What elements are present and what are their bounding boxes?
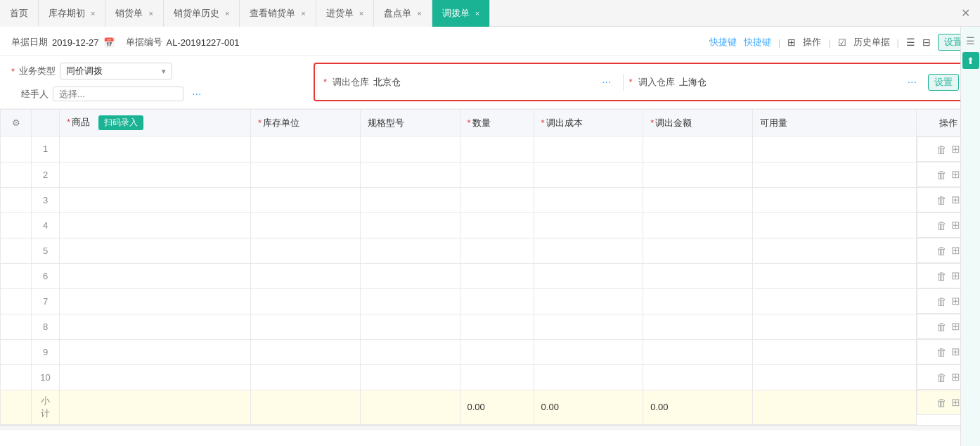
row-delete-icon[interactable]: 🗑 [936, 397, 947, 409]
row-available-cell[interactable] [752, 238, 916, 263]
row-unit-cell[interactable] [251, 212, 361, 238]
row-delete-icon[interactable]: 🗑 [936, 194, 947, 206]
tab-inventory[interactable]: 盘点单× [374, 0, 432, 27]
row-amount-cell[interactable] [643, 187, 753, 212]
grid-btn[interactable]: ⊟ [922, 37, 931, 48]
row-qty-cell[interactable] [460, 187, 534, 212]
shortcut-btn[interactable]: 快捷键 [709, 36, 737, 49]
row-amount-cell[interactable] [643, 314, 753, 339]
sidebar-export-icon[interactable]: ⬆ [962, 52, 979, 69]
row-unit-cell[interactable] [251, 187, 361, 212]
row-spec-cell[interactable] [360, 238, 460, 263]
row-available-cell[interactable] [752, 288, 916, 314]
row-delete-icon[interactable]: 🗑 [936, 371, 947, 383]
row-qty-cell[interactable] [460, 162, 534, 187]
row-amount-cell[interactable] [643, 364, 753, 390]
layout-btn[interactable]: ☰ [906, 37, 915, 48]
row-delete-icon[interactable]: 🗑 [936, 321, 947, 333]
row-cost-cell[interactable] [534, 136, 643, 163]
row-unit-cell[interactable] [251, 339, 361, 364]
row-available-cell[interactable] [752, 212, 916, 238]
row-spec-cell[interactable] [360, 263, 460, 288]
tab-sales[interactable]: 销货单× [105, 0, 163, 27]
row-unit-cell[interactable] [251, 238, 361, 263]
row-available-cell[interactable] [752, 339, 916, 364]
row-copy-icon[interactable]: ⊞ [951, 396, 960, 409]
row-cost-cell[interactable] [534, 314, 643, 339]
row-product-cell[interactable] [60, 238, 251, 263]
tab-close-purchase[interactable]: × [359, 9, 363, 18]
row-unit-cell[interactable] [251, 263, 361, 288]
row-available-cell[interactable] [752, 187, 916, 212]
row-available-cell[interactable] [752, 314, 916, 339]
tab-close-sales[interactable]: × [148, 9, 153, 18]
tab-sales-history[interactable]: 销货单历史× [164, 0, 240, 27]
row-copy-icon[interactable]: ⊞ [951, 143, 960, 155]
tab-close-opening[interactable]: × [91, 9, 95, 18]
row-qty-cell[interactable] [460, 263, 534, 288]
row-product-cell[interactable] [60, 187, 251, 212]
window-close-button[interactable]: ✕ [951, 6, 980, 20]
row-delete-icon[interactable]: 🗑 [936, 169, 947, 181]
row-unit-cell[interactable] [251, 162, 361, 187]
row-delete-icon[interactable]: 🗑 [936, 144, 947, 155]
row-spec-cell[interactable] [360, 339, 460, 364]
row-product-cell[interactable] [60, 263, 251, 288]
row-available-cell[interactable] [752, 162, 916, 187]
row-copy-icon[interactable]: ⊞ [951, 244, 960, 257]
row-qty-cell[interactable] [460, 136, 534, 163]
settings-icon[interactable]: ⚙ [12, 117, 20, 128]
calendar-icon[interactable]: 📅 [103, 37, 115, 48]
row-spec-cell[interactable] [360, 212, 460, 238]
warehouse-in-more-icon[interactable]: ··· [902, 76, 922, 89]
row-available-cell[interactable] [752, 136, 916, 163]
tab-close-inventory[interactable]: × [417, 9, 421, 18]
shortcut-label[interactable]: 快捷键 [744, 36, 771, 49]
warehouse-setting-button[interactable]: 设置 [928, 74, 959, 91]
row-cost-cell[interactable] [534, 162, 643, 187]
person-input[interactable] [53, 87, 183, 101]
row-qty-cell[interactable] [460, 364, 534, 390]
row-copy-icon[interactable]: ⊞ [951, 295, 960, 307]
row-copy-icon[interactable]: ⊞ [951, 168, 960, 181]
row-qty-cell[interactable] [460, 314, 534, 339]
row-copy-icon[interactable]: ⊞ [951, 219, 960, 231]
tab-close-transfer[interactable]: × [475, 9, 479, 18]
row-spec-cell[interactable] [360, 288, 460, 314]
row-spec-cell[interactable] [360, 314, 460, 339]
row-product-cell[interactable] [60, 314, 251, 339]
row-unit-cell[interactable] [251, 288, 361, 314]
row-delete-icon[interactable]: 🗑 [936, 270, 947, 282]
row-amount-cell[interactable] [643, 238, 753, 263]
row-product-cell[interactable] [60, 364, 251, 390]
row-cost-cell[interactable] [534, 288, 643, 314]
tab-close-sales-history[interactable]: × [225, 9, 229, 18]
row-cost-cell[interactable] [534, 339, 643, 364]
row-product-cell[interactable] [60, 162, 251, 187]
business-type-select[interactable]: 同价调拨 ▾ [60, 63, 172, 79]
row-unit-cell[interactable] [251, 364, 361, 390]
row-spec-cell[interactable] [360, 187, 460, 212]
tab-home[interactable]: 首页 [0, 0, 39, 27]
row-cost-cell[interactable] [534, 187, 643, 212]
row-qty-cell[interactable] [460, 238, 534, 263]
row-copy-icon[interactable]: ⊞ [951, 345, 960, 358]
tab-transfer[interactable]: 调拨单× [432, 0, 490, 27]
row-cost-cell[interactable] [534, 238, 643, 263]
scan-button[interactable]: 扫码录入 [98, 115, 143, 130]
row-delete-icon[interactable]: 🗑 [936, 245, 947, 257]
row-delete-icon[interactable]: 🗑 [936, 219, 947, 231]
row-copy-icon[interactable]: ⊞ [951, 193, 960, 206]
row-amount-cell[interactable] [643, 162, 753, 187]
row-cost-cell[interactable] [534, 263, 643, 288]
col-settings[interactable]: ⚙ [1, 110, 32, 136]
row-amount-cell[interactable] [643, 288, 753, 314]
row-available-cell[interactable] [752, 263, 916, 288]
row-spec-cell[interactable] [360, 162, 460, 187]
row-qty-cell[interactable] [460, 288, 534, 314]
tab-purchase[interactable]: 进货单× [316, 0, 374, 27]
row-unit-cell[interactable] [251, 314, 361, 339]
row-product-cell[interactable] [60, 288, 251, 314]
row-product-cell[interactable] [60, 212, 251, 238]
row-amount-cell[interactable] [643, 263, 753, 288]
